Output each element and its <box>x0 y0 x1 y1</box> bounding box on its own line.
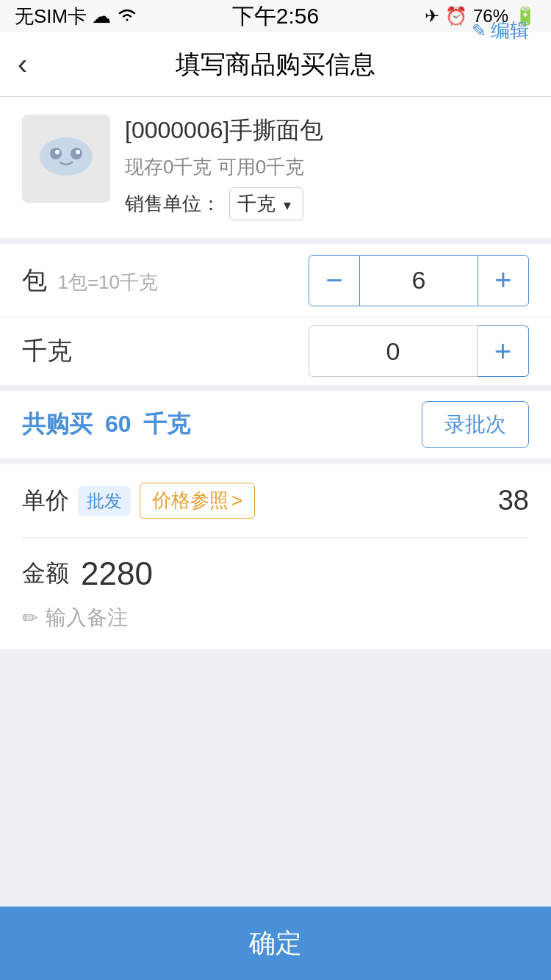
status-bar: 无SIM卡 ☁ 下午2:56 ✈ ⏰ 76% 🔋 <box>0 0 551 32</box>
kg-label: 千克 <box>22 334 72 368</box>
price-ref-label: 价格参照 <box>152 488 228 514</box>
product-img-label <box>37 134 96 184</box>
product-stock: 现存0千克 可用0千克 <box>125 154 529 180</box>
alarm-icon: ⏰ <box>445 6 467 26</box>
product-unit-row: 销售单位： 千克 ▾ <box>125 187 529 220</box>
kg-quantity-control: + <box>309 325 529 377</box>
pack-label: 包 <box>22 266 47 294</box>
product-name: [0000006]手撕面包 <box>125 115 529 147</box>
product-info: [0000006]手撕面包 现存0千克 可用0千克 销售单位： 千克 ▾ <box>125 115 529 220</box>
svg-point-0 <box>40 137 93 176</box>
edit-icon: ✎ <box>472 21 486 41</box>
nav-bar: ‹ 填写商品购买信息 <box>0 32 551 97</box>
location-icon: ✈ <box>425 6 439 26</box>
unit-selector[interactable]: 千克 ▾ <box>229 187 303 220</box>
wifi-signal-icon <box>117 5 137 28</box>
price-label: 单价 <box>22 485 69 517</box>
back-button[interactable]: ‹ <box>18 48 27 81</box>
status-carrier: 无SIM卡 ☁ <box>15 4 137 29</box>
remark-placeholder: 输入备注 <box>46 604 128 632</box>
pack-hint: 1包=10千克 <box>57 271 158 293</box>
price-value: 38 <box>498 485 529 516</box>
amount-label: 金额 <box>22 558 69 590</box>
pack-quantity-row: 包 1包=10千克 − + <box>0 244 551 317</box>
svg-point-4 <box>76 150 80 154</box>
total-prefix: 共购买 <box>22 411 93 437</box>
amount-section: 金额 2280 ✏ 输入备注 <box>0 538 551 655</box>
product-card: [0000006]手撕面包 现存0千克 可用0千克 销售单位： 千克 ▾ ✎ 编… <box>0 97 551 244</box>
amount-row: 金额 2280 <box>22 555 529 592</box>
edit-label: 编辑 <box>491 18 529 43</box>
price-row: 单价 批发 价格参照 > 38 <box>22 464 529 538</box>
edit-button[interactable]: ✎ 编辑 <box>472 18 529 43</box>
total-amount: 60 <box>105 411 132 437</box>
kg-quantity-input[interactable] <box>309 325 478 377</box>
total-unit: 千克 <box>143 411 190 437</box>
batch-button[interactable]: 录批次 <box>422 401 529 448</box>
empty-area <box>0 655 551 890</box>
product-image <box>22 115 110 203</box>
price-ref-arrow-icon: > <box>231 489 242 512</box>
price-label-group: 单价 批发 价格参照 > <box>22 483 255 519</box>
pack-quantity-input[interactable] <box>360 255 478 306</box>
price-reference-button[interactable]: 价格参照 > <box>140 483 255 519</box>
pencil-icon: ✏ <box>22 607 38 630</box>
pack-quantity-control: − + <box>309 255 529 306</box>
pack-minus-button[interactable]: − <box>309 255 360 306</box>
unit-label: 销售单位： <box>125 191 220 217</box>
confirm-button[interactable]: 确定 <box>0 907 551 980</box>
pack-label-group: 包 1包=10千克 <box>22 264 158 298</box>
unit-value: 千克 <box>237 192 276 215</box>
unit-dropdown-icon: ▾ <box>284 197 291 213</box>
status-time: 下午2:56 <box>232 1 319 32</box>
price-batch-tag: 批发 <box>78 486 131 516</box>
kg-plus-button[interactable]: + <box>478 325 529 377</box>
svg-point-3 <box>55 150 60 154</box>
page-title: 填写商品购买信息 <box>176 48 375 82</box>
price-section: 单价 批发 价格参照 > 38 <box>0 464 551 538</box>
total-row: 共购买 60 千克 录批次 <box>0 391 551 464</box>
remark-row[interactable]: ✏ 输入备注 <box>22 604 529 632</box>
kg-quantity-row: 千克 + <box>0 317 551 391</box>
pack-plus-button[interactable]: + <box>478 255 529 306</box>
carrier-text: 无SIM卡 ☁ <box>15 4 111 29</box>
total-text: 共购买 60 千克 <box>22 408 190 441</box>
amount-value: 2280 <box>81 555 153 592</box>
